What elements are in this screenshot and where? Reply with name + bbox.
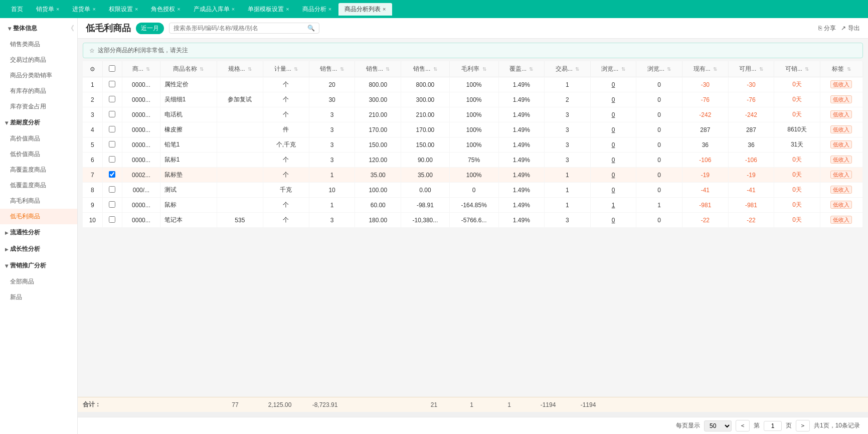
- col-code[interactable]: 商... ⇅: [122, 61, 160, 77]
- close-icon[interactable]: ×: [328, 6, 331, 12]
- nav-home[interactable]: 首页: [5, 3, 29, 16]
- sidebar-item-stock-products[interactable]: 有库存的商品: [0, 83, 77, 99]
- row-browse1[interactable]: 0: [590, 168, 636, 183]
- export-button[interactable]: ↗ 导出: [841, 24, 860, 33]
- nav-purchase-order[interactable]: 进货单 ×: [66, 3, 101, 16]
- nav-sales-order[interactable]: 销货单 ×: [30, 3, 65, 16]
- row-browse1[interactable]: 0: [590, 92, 636, 107]
- sidebar-item-new-products[interactable]: 新品: [0, 290, 77, 305]
- close-icon[interactable]: ×: [92, 6, 95, 12]
- col-current-stock[interactable]: 现有... ⇅: [682, 61, 729, 77]
- row-browse1[interactable]: 0: [590, 107, 636, 122]
- row-select-checkbox[interactable]: [109, 216, 115, 223]
- row-name: 笔记本: [160, 213, 217, 228]
- sidebar-item-high-value[interactable]: 高价值商品: [0, 131, 77, 147]
- col-name[interactable]: 商品名称 ⇅: [160, 61, 217, 77]
- col-unit[interactable]: 计量... ⇅: [263, 61, 309, 77]
- row-checkbox[interactable]: [102, 168, 122, 183]
- row-select-checkbox[interactable]: [109, 96, 115, 102]
- col-browse1[interactable]: 浏览... ⇅: [590, 61, 636, 77]
- close-icon[interactable]: ×: [286, 6, 289, 12]
- sidebar-section-diff[interactable]: ▾ 差耐度分析: [0, 114, 77, 131]
- nav-product-analysis[interactable]: 商品分析 ×: [296, 3, 337, 16]
- col-coverage[interactable]: 覆盖... ⇅: [498, 61, 545, 77]
- row-browse1[interactable]: 0: [590, 213, 636, 228]
- row-browse1[interactable]: 1: [590, 198, 636, 213]
- select-all-checkbox[interactable]: [109, 65, 115, 72]
- row-select-checkbox[interactable]: [109, 201, 115, 208]
- row-select-checkbox[interactable]: [109, 141, 115, 148]
- row-select-checkbox[interactable]: [109, 186, 115, 193]
- next-page-button[interactable]: ＞: [796, 420, 810, 431]
- search-input[interactable]: [173, 25, 307, 32]
- date-filter-button[interactable]: 近一月: [136, 23, 164, 34]
- sidebar-section-growth[interactable]: ▸ 成长性分析: [0, 241, 77, 257]
- row-checkbox[interactable]: [102, 107, 122, 122]
- row-checkbox[interactable]: [102, 153, 122, 168]
- sidebar-section-marketing[interactable]: ▾ 营销推广分析: [0, 257, 77, 274]
- sidebar-section-flow[interactable]: ▸ 流通性分析: [0, 224, 77, 241]
- col-sales-amount[interactable]: 销售... ⇅: [401, 61, 450, 77]
- sidebar-item-capital[interactable]: 库存资金占用: [0, 99, 77, 114]
- row-browse2: 0: [636, 168, 682, 183]
- row-select-checkbox[interactable]: [109, 171, 115, 178]
- table-wrapper[interactable]: ⚙ 商... ⇅ 商品名称 ⇅ 规格... ⇅ 计量... ⇅ 销售... ⇅ …: [78, 61, 868, 397]
- row-current-stock: -981: [682, 198, 729, 213]
- close-icon[interactable]: ×: [177, 6, 180, 12]
- row-browse1[interactable]: 0: [590, 183, 636, 198]
- close-icon[interactable]: ×: [135, 6, 138, 12]
- col-sales-price[interactable]: 销售... ⇅: [355, 61, 401, 77]
- sidebar-item-traded-products[interactable]: 交易过的商品: [0, 52, 77, 68]
- share-button[interactable]: ⎘ 分享: [818, 24, 836, 33]
- col-tag[interactable]: 标签 ⇅: [820, 61, 862, 77]
- row-select-checkbox[interactable]: [109, 156, 115, 163]
- row-available: -76: [728, 92, 774, 107]
- close-icon[interactable]: ×: [383, 6, 386, 12]
- row-checkbox[interactable]: [102, 213, 122, 228]
- nav-product-in[interactable]: 产成品入库单 ×: [188, 3, 241, 16]
- sidebar-item-sales-products[interactable]: 销售类商品: [0, 37, 77, 52]
- row-select-checkbox[interactable]: [109, 111, 115, 117]
- col-sales-qty[interactable]: 销售... ⇅: [309, 61, 355, 77]
- sidebar-item-high-coverage[interactable]: 高覆盖度商品: [0, 162, 77, 178]
- nav-role-auth[interactable]: 角色授权 ×: [145, 3, 186, 16]
- row-checkbox[interactable]: [102, 198, 122, 213]
- row-checkbox[interactable]: [102, 92, 122, 107]
- row-browse1[interactable]: 0: [590, 77, 636, 92]
- bottom-scroll[interactable]: [78, 412, 868, 417]
- sidebar-item-low-margin[interactable]: 低毛利商品: [0, 209, 77, 224]
- row-checkbox[interactable]: [102, 77, 122, 92]
- sidebar-collapse-btn[interactable]: 《: [67, 24, 74, 33]
- col-spec[interactable]: 规格... ⇅: [217, 61, 263, 77]
- sidebar-item-low-value[interactable]: 低价值商品: [0, 147, 77, 162]
- row-select-checkbox[interactable]: [109, 126, 115, 132]
- col-available[interactable]: 可用... ⇅: [728, 61, 774, 77]
- per-page-select[interactable]: 50 100 200: [704, 420, 732, 431]
- sidebar-section-overall[interactable]: ▾ 整体信息: [3, 20, 42, 37]
- row-browse1[interactable]: 0: [590, 153, 636, 168]
- row-browse1[interactable]: 0: [590, 137, 636, 153]
- nav-template[interactable]: 单据模板设置 ×: [242, 3, 295, 16]
- col-gross-margin[interactable]: 毛利率 ⇅: [449, 61, 498, 77]
- nav-permissions[interactable]: 权限设置 ×: [103, 3, 144, 16]
- col-trade-count[interactable]: 交易... ⇅: [545, 61, 591, 77]
- col-browse2[interactable]: 浏览... ⇅: [636, 61, 682, 77]
- sidebar-item-low-coverage[interactable]: 低覆盖度商品: [0, 178, 77, 193]
- total-records: 共1页，10条记录: [814, 421, 860, 430]
- col-sellable[interactable]: 可销... ⇅: [774, 61, 820, 77]
- col-checkbox[interactable]: [102, 61, 122, 77]
- col-setting[interactable]: ⚙: [83, 61, 102, 77]
- row-checkbox[interactable]: [102, 183, 122, 198]
- sidebar-item-all-products[interactable]: 全部商品: [0, 274, 77, 290]
- sidebar-item-category-rate[interactable]: 商品分类助销率: [0, 68, 77, 83]
- nav-product-analysis-list[interactable]: 商品分析列表 ×: [338, 3, 392, 16]
- row-checkbox[interactable]: [102, 122, 122, 137]
- sidebar-item-high-margin[interactable]: 高毛利商品: [0, 193, 77, 209]
- close-icon[interactable]: ×: [56, 6, 59, 12]
- prev-page-button[interactable]: ＜: [736, 420, 750, 431]
- page-number-input[interactable]: [764, 421, 782, 431]
- close-icon[interactable]: ×: [232, 6, 235, 12]
- row-browse1[interactable]: 0: [590, 122, 636, 137]
- row-checkbox[interactable]: [102, 137, 122, 153]
- row-select-checkbox[interactable]: [109, 81, 115, 87]
